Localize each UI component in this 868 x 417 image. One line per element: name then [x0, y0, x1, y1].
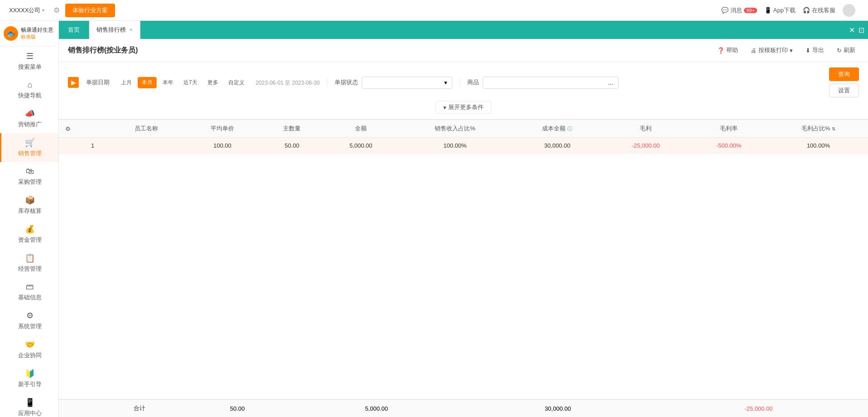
help-button[interactable]: ❓ 帮助	[714, 44, 742, 56]
sidebar-item-quick-nav[interactable]: ⌂ 快捷导航	[0, 76, 58, 104]
sidebar-item-operations[interactable]: 📋 经营管理	[0, 249, 58, 278]
sidebar-item-label: 经营管理	[18, 265, 42, 273]
date-tab-this-year[interactable]: 本年	[158, 77, 177, 88]
cost-info-icon: ⓘ	[567, 126, 572, 131]
page-title: 销售排行榜(按业务员)	[68, 46, 138, 55]
sidebar-item-label: 营销推广	[18, 120, 42, 129]
window-expand-icon[interactable]: ⊡	[858, 26, 864, 34]
sidebar-item-finance[interactable]: 💰 资金管理	[0, 220, 58, 249]
goods-ellipsis-icon: …	[608, 79, 614, 86]
expand-button[interactable]: ▾ 展开更多条件	[436, 101, 491, 114]
sidebar-item-purchase[interactable]: 🛍 采购管理	[0, 162, 58, 191]
expand-row: ▾ 展开更多条件	[68, 101, 859, 114]
goods-select[interactable]: …	[483, 77, 619, 89]
row-sales-ratio-cell: 100.00%	[398, 138, 512, 154]
messages-item[interactable]: 💬 消息 99+	[721, 6, 757, 14]
search-order-icon: ☰	[26, 51, 34, 61]
company-selector[interactable]: XXXXX公司 ▾	[5, 5, 48, 16]
print-icon: 🖨	[751, 47, 757, 54]
content-area: 首页 销售排行榜 × ✕ ⊡ 销售排行榜(按业务员) ❓ 帮助	[59, 21, 868, 417]
help-icon: ❓	[717, 47, 724, 54]
sidebar-item-inventory[interactable]: 📦 库存核算	[0, 191, 58, 220]
export-icon: ⬇	[806, 47, 810, 54]
settings-button[interactable]: 设置	[829, 84, 859, 97]
filter-collapse-icon[interactable]: ▶	[68, 77, 79, 88]
sidebar-item-app-center[interactable]: 📱 应用中心	[0, 393, 58, 417]
help-label: 帮助	[726, 46, 738, 54]
page-header: 销售排行榜(按业务员) ❓ 帮助 🖨 按模板打印 ▾ ⬇ 导出	[59, 39, 868, 62]
sidebar-item-search-order[interactable]: ☰ 搜索菜单	[0, 47, 58, 76]
row-rank-cell: 1	[77, 138, 108, 154]
col-settings[interactable]: ⚙	[59, 120, 77, 138]
sidebar-item-label: 库存核算	[18, 207, 42, 215]
sidebar-item-label: 企业协同	[18, 351, 42, 359]
sidebar-item-label: 基础信息	[18, 293, 42, 302]
settings-icon[interactable]: ⚙	[52, 4, 62, 16]
filter-row: ▶ 单据日期 上月 本月 本年 近7天 更多 自定义 2023-06-01 至 …	[68, 67, 859, 97]
sidebar: 🐟 畅康通好生意 标准版 ☰ 搜索菜单 ⌂ 快捷导航 📣 营销推广 🛒 销售管理…	[0, 21, 59, 417]
app-download-icon: 📱	[764, 7, 772, 14]
export-button[interactable]: ⬇ 导出	[802, 44, 828, 56]
date-tab-this-month[interactable]: 本月	[138, 77, 157, 88]
footer-rank-cell	[82, 404, 96, 412]
query-btn-area: 查询 设置	[829, 67, 859, 97]
expand-label: 展开更多条件	[448, 103, 484, 111]
sidebar-item-enterprise[interactable]: 🤝 企业协同	[0, 335, 58, 364]
tab-close-icon[interactable]: ×	[129, 27, 133, 33]
print-button[interactable]: 🖨 按模板打印 ▾	[747, 44, 796, 56]
date-range-text: 2023-06-01 至 2023-06-30	[256, 79, 320, 87]
footer-table: 合计 50.00 5,000.00 30,000.00 -25,000.00	[64, 404, 863, 412]
logo-text-area: 畅康通好生意 标准版	[21, 27, 53, 41]
sidebar-item-label: 销售管理	[18, 149, 42, 158]
sidebar-item-label: 采购管理	[18, 178, 42, 186]
app-download-item[interactable]: 📱 App下载	[764, 6, 796, 14]
sidebar-item-basic-info[interactable]: 🗃 基础信息	[0, 278, 58, 306]
system-icon: ⚙	[26, 311, 34, 321]
status-select[interactable]: ▾	[362, 77, 452, 89]
date-tab-last-month[interactable]: 上月	[117, 77, 136, 88]
col-quantity: 主数量	[260, 120, 323, 138]
filter-area: ▶ 单据日期 上月 本月 本年 近7天 更多 自定义 2023-06-01 至 …	[59, 62, 868, 120]
sidebar-item-sales[interactable]: 🛒 销售管理	[0, 133, 58, 162]
date-tab-custom[interactable]: 自定义	[224, 77, 249, 88]
logo-icon: 🐟	[4, 26, 18, 41]
date-tab-more[interactable]: 更多	[203, 77, 222, 88]
table-body: 1 100.00 50.00 5,000.00 100.00% 30,000.0…	[59, 138, 868, 154]
sidebar-item-label: 系统管理	[18, 322, 42, 331]
footer-settings-cell	[64, 404, 82, 412]
sidebar-item-label: 资金管理	[18, 236, 42, 244]
filter-separator-1	[327, 78, 327, 87]
online-service-item[interactable]: 🎧 在线客服	[803, 6, 835, 14]
footer-amount-cell: 5,000.00	[292, 404, 461, 412]
row-profit-cell: -25,000.00	[603, 138, 689, 154]
trial-button[interactable]: 体验行业方案	[65, 4, 115, 17]
window-close-icon[interactable]: ✕	[849, 26, 855, 34]
footer-total-label: 合计	[96, 404, 183, 412]
headset-icon: 🎧	[803, 7, 810, 14]
avatar[interactable]	[843, 4, 855, 17]
operations-icon: 📋	[25, 253, 35, 263]
message-icon: 💬	[721, 7, 729, 14]
date-tab-7days[interactable]: 近7天	[179, 77, 201, 88]
goods-filter-item: 商品 …	[467, 77, 619, 89]
sidebar-item-label: 新手引导	[18, 380, 42, 388]
status-filter-label: 单据状态	[335, 78, 358, 86]
app-download-label: App下载	[773, 6, 796, 14]
col-sales-ratio: 销售收入占比%	[398, 120, 512, 138]
cart-icon: 🛒	[25, 138, 35, 148]
tab-home[interactable]: 首页	[59, 21, 89, 39]
refresh-button[interactable]: ↻ 刷新	[833, 44, 859, 56]
data-table: ⚙ 员工名称 平均单价 主数量 全额 销售收入占比% 成本全额 ⓘ 毛利 毛利率…	[59, 120, 868, 154]
page-content: 销售排行榜(按业务员) ❓ 帮助 🖨 按模板打印 ▾ ⬇ 导出	[59, 39, 868, 417]
goods-filter-label: 商品	[467, 78, 479, 86]
export-label: 导出	[812, 46, 824, 54]
inventory-icon: 📦	[25, 195, 35, 205]
footer-cost-cell: 30,000.00	[461, 404, 654, 412]
tab-sales-ranking[interactable]: 销售排行榜 ×	[89, 21, 140, 39]
sidebar-item-guide[interactable]: 🔰 新手引导	[0, 364, 58, 393]
logo-sub: 标准版	[21, 34, 53, 40]
sidebar-item-marketing[interactable]: 📣 营销推广	[0, 104, 58, 133]
col-profit-rate: 毛利率	[689, 120, 768, 138]
sidebar-item-system[interactable]: ⚙ 系统管理	[0, 306, 58, 335]
query-button[interactable]: 查询	[829, 67, 859, 81]
